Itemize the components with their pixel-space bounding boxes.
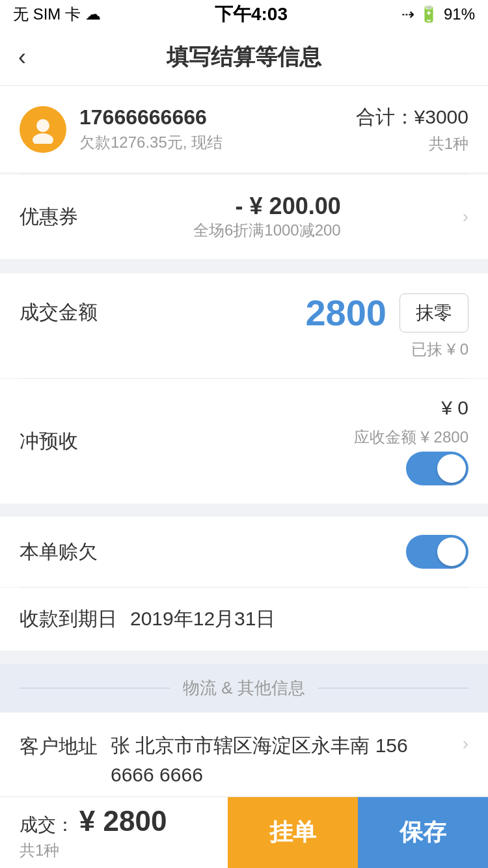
bottom-deal-row: 成交： ¥ 2800 xyxy=(20,805,208,837)
prepay-right: ¥ 0 应收金额 ¥ 2800 xyxy=(354,397,468,485)
debt-label: 本单赊欠 xyxy=(20,539,98,565)
prepay-row: 冲预收 ¥ 0 应收金额 ¥ 2800 xyxy=(0,379,488,504)
order-total: 合计：¥3000 xyxy=(356,104,468,131)
divider-gray-1 xyxy=(0,260,488,273)
status-right: ⇢ 🔋 91% xyxy=(401,5,475,23)
prepay-sub: 应收金额 ¥ 2800 xyxy=(354,427,468,448)
address-chevron-icon: › xyxy=(463,731,468,754)
status-left: 无 SIM 卡 ☁ xyxy=(13,4,101,25)
amount-label: 成交金额 xyxy=(20,299,98,326)
customer-sub: 欠款1276.35元, 现结 xyxy=(79,132,223,153)
battery-percent: 91% xyxy=(444,5,475,23)
avatar xyxy=(20,106,66,153)
debt-row: 本单赊欠 xyxy=(0,517,488,587)
customer-card: 17666666666 欠款1276.35元, 现结 合计：¥3000 共1种 xyxy=(0,86,488,172)
address-row[interactable]: 客户地址 张 北京市市辖区海淀区永丰南 156 6666 6666 › xyxy=(0,712,488,807)
back-button[interactable]: ‹ xyxy=(18,44,26,71)
amount-sub: 已抹 ¥ 0 xyxy=(20,339,468,360)
debt-toggle[interactable] xyxy=(406,535,468,569)
prepay-amount: ¥ 0 xyxy=(441,397,468,419)
amount-section: 成交金额 2800 抹零 已抹 ¥ 0 xyxy=(0,273,488,378)
battery-icon: ⇢ 🔋 xyxy=(401,5,439,23)
customer-left: 17666666666 欠款1276.35元, 现结 xyxy=(20,105,223,153)
round-button[interactable]: 抹零 xyxy=(400,293,468,332)
svg-point-0 xyxy=(36,119,49,132)
bottom-count: 共1种 xyxy=(20,840,208,861)
status-bar: 无 SIM 卡 ☁ 下午4:03 ⇢ 🔋 91% xyxy=(0,0,488,29)
toggle-knob xyxy=(437,454,466,483)
section-label-row: 物流 & 其他信息 xyxy=(0,664,488,712)
amount-right: 2800 抹零 xyxy=(305,292,468,334)
bottom-bar: 成交： ¥ 2800 共1种 挂单 保存 xyxy=(0,796,488,868)
divider-gray-2 xyxy=(0,504,488,517)
section-label: 物流 & 其他信息 xyxy=(183,677,305,699)
coupon-sub: 全场6折满1000减200 xyxy=(193,220,341,241)
hold-button[interactable]: 挂单 xyxy=(228,797,358,869)
bottom-summary: 成交： ¥ 2800 共1种 xyxy=(0,805,228,861)
customer-info: 17666666666 欠款1276.35元, 现结 xyxy=(79,105,223,153)
prepay-label: 冲预收 xyxy=(20,428,78,455)
sim-status: 无 SIM 卡 ☁ xyxy=(13,4,101,25)
amount-value: 2800 xyxy=(305,292,386,334)
save-button[interactable]: 保存 xyxy=(358,797,488,869)
date-label: 收款到期日 xyxy=(20,606,117,632)
customer-phone: 17666666666 xyxy=(79,105,223,129)
nav-bar: ‹ 填写结算等信息 xyxy=(0,29,488,86)
bottom-deal-amount: ¥ 2800 xyxy=(79,805,167,837)
date-value: 2019年12月31日 xyxy=(130,606,275,632)
amount-row: 成交金额 2800 抹零 xyxy=(20,292,468,334)
section-line-left xyxy=(20,688,170,688)
chevron-right-icon: › xyxy=(463,206,468,227)
section-line-right xyxy=(318,688,468,688)
prepay-left: 冲预收 xyxy=(20,428,78,455)
address-label: 客户地址 xyxy=(20,731,98,760)
order-count: 共1种 xyxy=(356,133,468,154)
divider-gray-3 xyxy=(0,651,488,664)
coupon-row[interactable]: 优惠券 - ¥ 200.00 全场6折满1000减200 › xyxy=(0,174,488,259)
bottom-deal-label: 成交： xyxy=(20,815,74,835)
status-time: 下午4:03 xyxy=(215,2,288,27)
debt-right xyxy=(406,535,468,569)
coupon-label: 优惠券 xyxy=(20,204,78,230)
svg-point-1 xyxy=(33,133,53,144)
debt-toggle-knob xyxy=(437,537,466,566)
prepay-toggle[interactable] xyxy=(406,452,468,485)
page-title: 填写结算等信息 xyxy=(167,42,321,72)
debt-left: 本单赊欠 xyxy=(20,539,98,565)
coupon-discount: - ¥ 200.00 xyxy=(193,193,341,220)
date-row: 收款到期日 2019年12月31日 xyxy=(0,588,488,651)
coupon-info: - ¥ 200.00 全场6折满1000减200 xyxy=(193,193,341,241)
customer-right: 合计：¥3000 共1种 xyxy=(356,104,468,154)
address-value: 张 北京市市辖区海淀区永丰南 156 6666 6666 xyxy=(111,731,450,789)
